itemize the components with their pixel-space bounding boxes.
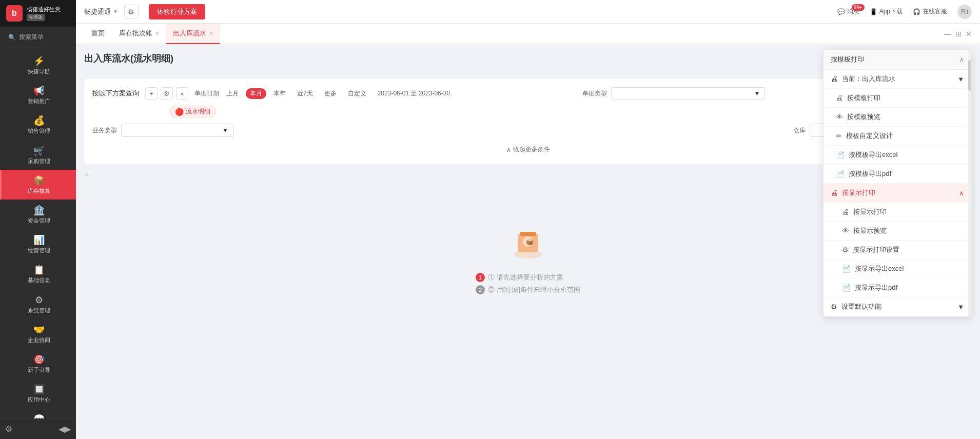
current-template-icon: 🖨 — [831, 75, 838, 83]
appstore-icon: 🔲 — [33, 384, 45, 395]
display-section-arrow: ∧ — [959, 189, 964, 197]
sidebar-item-sales[interactable]: 💰 销售管理 — [0, 110, 76, 139]
sidebar-item-finance[interactable]: 🏦 资金管理 — [0, 199, 76, 229]
date-tab-last-month[interactable]: 上月 — [222, 88, 243, 99]
sidebar-item-label: 快捷导航 — [28, 68, 50, 75]
date-tab-this-month[interactable]: 本月 — [246, 88, 266, 99]
sidebar-logo: b 畅捷通好生意 标准版 — [0, 0, 76, 27]
tab-flow-close[interactable]: × — [209, 30, 212, 36]
template-custom-icon: ✏ — [836, 132, 842, 140]
tab-batch-close[interactable]: × — [155, 30, 159, 36]
tab-batch[interactable]: 库存批次账 × — [112, 24, 166, 44]
quick-nav-icon: ⚡ — [33, 55, 45, 67]
more-options-icon[interactable]: ··· — [84, 170, 91, 187]
collapse-icon: « — [180, 90, 184, 97]
sidebar-item-inventory[interactable]: 📦 库存核算 — [0, 170, 76, 199]
finance-icon: 🏦 — [33, 205, 45, 216]
tabs-bar: 首页 库存批次账 × 出入库流水 × — ⊞ ✕ — [76, 24, 980, 44]
template-excel-item-label: 按模板导出excel — [849, 150, 897, 159]
sidebar-item-system[interactable]: ⚙ 系统管理 — [0, 289, 76, 319]
tab-flow[interactable]: 出入库流水 × — [166, 24, 220, 44]
collapse-up-icon: ∧ — [506, 146, 511, 153]
template-excel-item[interactable]: 📄 按模板导出excel — [824, 146, 971, 165]
empty-hint-text-2: ② 用[过滤]条件来缩小分析范围 — [488, 285, 580, 294]
template-print-item[interactable]: 🖨 按模板打印 — [824, 89, 971, 108]
display-excel-item-label: 按显示导出excel — [855, 264, 904, 273]
display-settings-icon: ⚙ — [842, 246, 849, 254]
tab-home[interactable]: 首页 — [84, 24, 112, 44]
date-tab-custom[interactable]: 自定义 — [344, 88, 370, 99]
filter-settings-button[interactable]: ⚙ — [161, 87, 173, 99]
date-tab-last-7[interactable]: 近7天 — [293, 88, 317, 99]
display-preview-item[interactable]: 👁 按显示预览 — [824, 222, 971, 241]
display-section-label: 按显示打印 — [842, 188, 875, 197]
collapse-sidebar-icon[interactable]: ◀▶ — [58, 424, 71, 434]
user-avatar[interactable]: Rit — [957, 5, 972, 19]
sidebar-item-marketing[interactable]: 📢 营销推广 — [0, 80, 76, 110]
system-icon: ⚙ — [35, 294, 43, 306]
display-pdf-item[interactable]: 📄 按显示导出pdf — [824, 278, 971, 297]
template-pdf-icon: 📄 — [836, 170, 845, 178]
sidebar-item-purchase[interactable]: 🛒 采购管理 — [0, 140, 76, 170]
tab-batch-label: 库存批次账 — [119, 29, 152, 38]
app-download-button[interactable]: 📱 App下载 — [870, 7, 903, 16]
filter-tag-water[interactable]: 🔴 流水明细 — [169, 106, 216, 117]
template-custom-item[interactable]: ✏ 模板自定义设计 — [824, 127, 971, 146]
filter-tag-label: 流水明细 — [186, 107, 210, 116]
sidebar-item-label: 系统管理 — [28, 307, 50, 314]
filter-collapse-button[interactable]: « — [176, 87, 188, 99]
display-excel-item[interactable]: 📄 按显示导出excel — [824, 260, 971, 278]
date-tab-more[interactable]: 更多 — [320, 88, 341, 99]
collapse-btn-label: 收起更多条件 — [513, 145, 550, 154]
sidebar-item-label: 新手引导 — [28, 367, 50, 373]
settings-bottom-icon[interactable]: ⚙ — [5, 424, 12, 434]
message-badge: 99+ — [852, 4, 865, 11]
sidebar-item-operation[interactable]: 📊 经营管理 — [0, 229, 76, 259]
sales-icon: 💰 — [33, 115, 45, 126]
display-pdf-icon: 📄 — [842, 284, 851, 292]
template-pdf-item[interactable]: 📄 按模板导出pdf — [824, 165, 971, 184]
tab-home-label: 首页 — [91, 29, 105, 38]
template-print-icon: 🖨 — [836, 94, 843, 102]
close-tab-button[interactable]: ✕ — [966, 30, 972, 38]
topbar: 畅捷通通 ▼ ⚙ 体验行业方案 💬 消息 99+ 📱 App下载 🎧 在线客服 — [76, 0, 980, 24]
filter-add-button[interactable]: + — [145, 87, 158, 99]
guide-icon: 🎯 — [33, 354, 45, 365]
sidebar-item-cooperation[interactable]: 🤝 企业协同 — [0, 319, 76, 349]
tab-resize-buttons: — ⊞ ✕ — [944, 30, 972, 38]
date-filter: 单据日期 上月 本月 本年 近7天 更多 自定义 2023-06-01 至 20… — [194, 88, 576, 99]
message-button[interactable]: 💬 消息 99+ — [837, 7, 859, 16]
date-range-text: 2023-06-01 至 2023-06-30 — [378, 89, 450, 98]
empty-hint-2: 2 ② 用[过滤]条件来缩小分析范围 — [476, 285, 580, 294]
sidebar-item-basic[interactable]: 📋 基础信息 — [0, 259, 76, 289]
dropdown-expand-icon[interactable]: ∧ — [959, 55, 964, 64]
record-type-select[interactable]: ▼ — [611, 87, 765, 99]
template-preview-item[interactable]: 👁 按模板预览 — [824, 108, 971, 127]
dropdown-header-icons: ∧ — [959, 55, 964, 64]
sidebar-search[interactable]: 🔍 搜索菜单 — [0, 27, 76, 48]
default-settings-section[interactable]: ⚙ 设置默认功能 ▼ — [824, 297, 971, 316]
username-text: 畅捷通通 — [84, 7, 111, 16]
empty-illustration: 📦 — [507, 224, 548, 265]
app-name: 畅捷通好生意 — [27, 6, 61, 13]
sidebar-item-wechat[interactable]: 💬 企业微信 — [0, 408, 76, 418]
online-service-button[interactable]: 🎧 在线客服 — [913, 7, 947, 16]
date-tab-this-year[interactable]: 本年 — [269, 88, 290, 99]
maximize-button[interactable]: ⊞ — [955, 30, 962, 38]
username-dropdown[interactable]: 畅捷通通 ▼ — [84, 7, 118, 16]
scrollbar-thumb[interactable] — [968, 60, 971, 91]
display-print-section[interactable]: 🖨 按显示打印 ∧ — [824, 184, 971, 203]
dropdown-scrollbar[interactable] — [968, 50, 971, 316]
business-type-select[interactable]: ▼ — [121, 124, 234, 137]
search-menu-button[interactable]: 🔍 搜索菜单 — [5, 31, 71, 44]
sidebar-item-quick-nav[interactable]: ⚡ 快捷导航 — [0, 50, 76, 80]
display-settings-item[interactable]: ⚙ 按显示打印设置 — [824, 241, 971, 260]
minimize-button[interactable]: — — [944, 30, 951, 38]
gear-button[interactable]: ⚙ — [124, 5, 139, 19]
current-template-section[interactable]: 🖨 当前：出入库流水 ▼ — [824, 70, 971, 89]
sidebar-item-guide[interactable]: 🎯 新手引导 — [0, 349, 76, 378]
display-print-item[interactable]: 🖨 按显示打印 — [824, 203, 971, 222]
sidebar-item-appstore[interactable]: 🔲 应用中心 — [0, 378, 76, 408]
operation-icon: 📊 — [33, 234, 45, 246]
trial-button[interactable]: 体验行业方案 — [149, 4, 205, 19]
